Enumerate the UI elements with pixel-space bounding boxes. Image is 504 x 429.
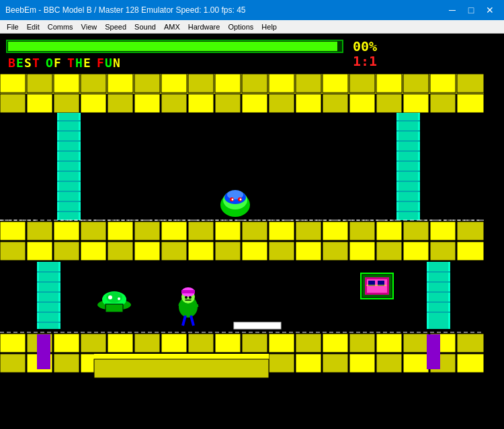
svg-rect-107 xyxy=(188,242,214,260)
svg-rect-96 xyxy=(376,222,402,240)
svg-rect-167 xyxy=(403,354,429,373)
svg-point-186 xyxy=(185,296,187,299)
svg-rect-171 xyxy=(427,334,440,369)
svg-rect-163 xyxy=(296,354,321,373)
menu-comms[interactable]: Comms xyxy=(44,21,77,32)
svg-rect-89 xyxy=(188,222,214,240)
svg-rect-20 xyxy=(0,74,26,93)
svg-rect-109 xyxy=(242,242,267,260)
svg-rect-41 xyxy=(81,94,106,113)
menu-file[interactable]: File xyxy=(3,21,23,32)
svg-rect-101 xyxy=(27,242,52,260)
svg-rect-198 xyxy=(106,304,123,312)
svg-rect-147 xyxy=(349,334,375,352)
svg-rect-54 xyxy=(430,94,456,113)
svg-rect-40 xyxy=(54,94,79,113)
svg-rect-116 xyxy=(430,242,456,260)
svg-rect-82 xyxy=(0,222,26,240)
menu-sound[interactable]: Sound xyxy=(130,21,160,32)
svg-rect-90 xyxy=(215,222,241,240)
svg-rect-112 xyxy=(323,242,348,260)
maximize-button[interactable]: □ xyxy=(462,3,480,17)
svg-point-196 xyxy=(108,295,112,299)
svg-text:T: T xyxy=(67,56,75,70)
svg-text:E: E xyxy=(16,56,24,70)
svg-text:T: T xyxy=(32,56,40,70)
menu-speed[interactable]: Speed xyxy=(101,21,130,32)
svg-text:N: N xyxy=(113,56,120,70)
svg-rect-94 xyxy=(323,222,348,240)
svg-point-181 xyxy=(240,199,242,201)
svg-rect-169 xyxy=(457,354,484,373)
close-button[interactable]: ✕ xyxy=(481,3,499,17)
svg-rect-32 xyxy=(323,74,348,93)
svg-rect-99 xyxy=(457,222,484,240)
svg-rect-100 xyxy=(0,242,26,260)
svg-rect-149 xyxy=(403,334,429,352)
svg-rect-102 xyxy=(54,242,79,260)
svg-rect-144 xyxy=(269,334,294,352)
svg-text:E: E xyxy=(83,56,91,70)
svg-rect-151 xyxy=(457,334,484,352)
svg-rect-145 xyxy=(296,334,321,352)
svg-rect-172 xyxy=(94,354,269,359)
svg-rect-25 xyxy=(134,74,160,93)
svg-rect-105 xyxy=(134,242,160,260)
svg-rect-29 xyxy=(242,74,267,93)
menu-edit[interactable]: Edit xyxy=(23,21,44,32)
svg-text:B: B xyxy=(8,56,15,70)
menu-amx[interactable]: AMX xyxy=(160,21,184,32)
svg-rect-91 xyxy=(242,222,267,240)
svg-rect-31 xyxy=(296,74,321,93)
svg-rect-50 xyxy=(323,94,348,113)
svg-rect-93 xyxy=(296,222,321,240)
svg-text:F: F xyxy=(97,56,104,70)
svg-rect-165 xyxy=(349,354,375,373)
menu-view[interactable]: View xyxy=(77,21,101,32)
svg-rect-23 xyxy=(81,74,106,93)
svg-rect-152 xyxy=(0,354,26,373)
svg-point-187 xyxy=(189,296,192,299)
svg-rect-173 xyxy=(94,359,269,378)
game-area: 00% 1:1 B E S T O F T H E F U N xyxy=(0,34,504,429)
menu-options[interactable]: Options xyxy=(224,21,257,32)
svg-rect-106 xyxy=(161,242,187,260)
svg-rect-37 xyxy=(457,74,484,93)
svg-rect-140 xyxy=(161,334,187,352)
svg-rect-117 xyxy=(457,242,484,260)
svg-rect-47 xyxy=(242,94,267,113)
svg-rect-114 xyxy=(376,242,402,260)
svg-rect-142 xyxy=(215,334,241,352)
svg-rect-85 xyxy=(81,222,106,240)
menu-help[interactable]: Help xyxy=(257,21,281,32)
svg-rect-38 xyxy=(0,94,26,113)
svg-rect-35 xyxy=(403,74,429,93)
svg-rect-139 xyxy=(134,334,160,352)
svg-rect-46 xyxy=(215,94,241,113)
svg-rect-104 xyxy=(108,242,133,260)
svg-rect-206 xyxy=(234,322,281,329)
svg-rect-164 xyxy=(323,354,348,373)
svg-rect-141 xyxy=(188,334,214,352)
svg-rect-92 xyxy=(269,222,294,240)
svg-rect-45 xyxy=(188,94,214,113)
svg-text:S: S xyxy=(24,56,32,70)
svg-rect-22 xyxy=(54,74,79,93)
menu-bar: File Edit Comms View Speed Sound AMX Har… xyxy=(0,20,504,34)
svg-rect-69 xyxy=(398,113,418,220)
minimize-button[interactable]: ─ xyxy=(444,3,461,17)
svg-rect-57 xyxy=(59,113,79,220)
svg-rect-154 xyxy=(54,354,79,373)
svg-rect-48 xyxy=(269,94,294,113)
svg-rect-21 xyxy=(27,74,52,93)
svg-point-180 xyxy=(232,199,234,201)
svg-rect-55 xyxy=(457,94,484,113)
svg-rect-170 xyxy=(37,334,50,369)
svg-rect-84 xyxy=(54,222,79,240)
menu-hardware[interactable]: Hardware xyxy=(184,21,224,32)
svg-rect-115 xyxy=(403,242,429,260)
svg-rect-162 xyxy=(269,354,294,373)
svg-rect-98 xyxy=(430,222,456,240)
svg-rect-148 xyxy=(376,334,402,352)
svg-text:1:1: 1:1 xyxy=(353,53,377,69)
